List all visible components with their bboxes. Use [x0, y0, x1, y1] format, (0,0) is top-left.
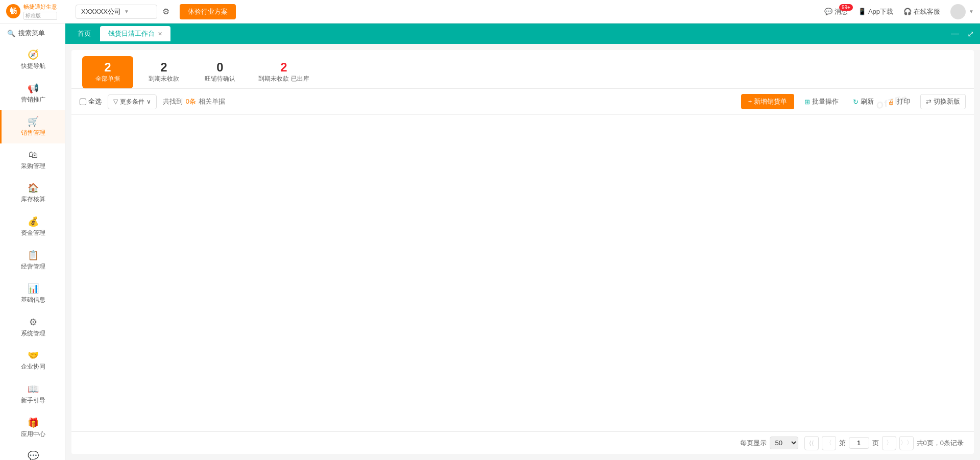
message-badge: 99+: [839, 4, 853, 11]
stats-tabs: 2 全部单据 2 到期未收款 0 旺铺待确认: [71, 50, 974, 89]
sidebar-item-guide[interactable]: 📖 新手引导: [0, 377, 65, 411]
inventory-icon: 🏠: [28, 182, 39, 193]
avatar-area[interactable]: ▼: [950, 4, 974, 19]
stat-tab-overdue-unpaid[interactable]: 2 到期未收款: [136, 56, 192, 88]
search-menu-item[interactable]: 🔍 搜索菜单: [0, 23, 65, 43]
refresh-btn[interactable]: ↻ 刷新: [849, 94, 878, 109]
filter-label: 更多条件: [120, 98, 144, 106]
main-layout: 🔍 搜索菜单 🧭 快捷导航 📢 营销推广 🛒 销售管理 🛍 采购管理 🏠 库存核…: [0, 23, 980, 460]
page-inner: 2 全部单据 2 到期未收款 0 旺铺待确认: [71, 50, 974, 454]
sidebar-label-quick-nav: 快捷导航: [21, 62, 45, 70]
company-selector[interactable]: XXXXXX公司 ▼: [76, 5, 157, 19]
logo-area: 畅 畅捷通好生意 标准版: [6, 3, 71, 19]
wechat-icon: 💬: [28, 450, 39, 460]
sidebar-label-guide: 新手引导: [21, 397, 45, 405]
stat-label-pending-confirm: 旺铺待确认: [205, 75, 235, 83]
search-menu-label: 搜索菜单: [18, 29, 45, 38]
tab-bar-actions: — ⤢: [949, 27, 976, 41]
search-icon: 🔍: [7, 30, 15, 37]
tab-close-icon[interactable]: ✕: [158, 31, 162, 37]
tab-home[interactable]: 首页: [69, 26, 99, 41]
stat-tab-pending-confirm[interactable]: 0 旺铺待确认: [192, 56, 248, 88]
online-service-btn[interactable]: 🎧 在线客服: [903, 7, 940, 16]
toolbar: 全选 ▽ 更多条件 ∨ 共找到 0条 相关单据: [71, 89, 974, 115]
stat-label-overdue-unpaid: 到期未收款: [149, 75, 179, 83]
app-download-icon: 📱: [858, 8, 866, 15]
tab-cash-goods[interactable]: 钱货日清工作台 ✕: [100, 26, 170, 41]
avatar: [950, 4, 966, 19]
content-area: 首页 钱货日清工作台 ✕ — ⤢ 2 全部单据: [65, 23, 980, 460]
select-all-input[interactable]: [80, 99, 86, 105]
tab-home-label: 首页: [78, 29, 91, 38]
sidebar-item-purchase[interactable]: 🛍 采购管理: [0, 143, 65, 177]
sidebar-item-wechat[interactable]: 💬 企业微信: [0, 444, 65, 460]
operations-icon: 📋: [28, 250, 39, 261]
print-btn[interactable]: 🖨 打印: [884, 94, 914, 109]
stat-tab-all[interactable]: 2 全部单据: [80, 56, 136, 88]
sidebar-item-finance[interactable]: 💰 资金管理: [0, 210, 65, 244]
experience-btn[interactable]: 体验行业方案: [180, 4, 236, 19]
sidebar-label-system: 系统管理: [21, 330, 45, 338]
select-all-label: 全选: [88, 97, 102, 106]
stat-tab-overdue-unshipped[interactable]: 2 到期未收款 已出库: [248, 56, 320, 88]
footer: 每页显示 10 20 50 100 ⟨⟨ 〈 第 页: [71, 431, 974, 454]
sidebar-label-inventory: 库存核算: [21, 196, 45, 204]
page-input[interactable]: [849, 437, 869, 449]
sidebar-label-finance: 资金管理: [21, 229, 45, 237]
system-icon: ⚙: [29, 317, 37, 328]
page-content: 2 全部单据 2 到期未收款 0 旺铺待确认: [65, 44, 980, 460]
app-download-btn[interactable]: 📱 App下载: [858, 7, 893, 16]
sidebar-item-system[interactable]: ⚙ 系统管理: [0, 310, 65, 344]
prev-page-btn[interactable]: 〈: [822, 436, 836, 450]
enterprise-icon: 🤝: [28, 350, 39, 361]
stat-number-pending-confirm: 0: [216, 60, 223, 75]
switch-version-btn[interactable]: ⇄ 切换新版: [920, 94, 966, 109]
tab-expand-icon[interactable]: ⤢: [965, 27, 976, 41]
first-page-btn[interactable]: ⟨⟨: [804, 436, 819, 450]
stat-label-all: 全部单据: [92, 75, 123, 83]
filter-btn[interactable]: ▽ 更多条件 ∨: [108, 94, 157, 109]
sidebar-label-sales: 销售管理: [21, 129, 45, 137]
page-size-select[interactable]: 10 20 50 100: [770, 437, 798, 449]
tab-minimize-icon[interactable]: —: [949, 27, 961, 41]
stat-label-overdue-unshipped: 到期未收款 已出库: [258, 75, 309, 83]
sidebar-label-operations: 经营管理: [21, 263, 45, 271]
page-size-label: 每页显示: [740, 439, 767, 448]
chevron-down-icon: ∨: [146, 98, 151, 105]
logo-icon: 畅: [6, 4, 20, 18]
marketing-icon: 📢: [28, 83, 39, 94]
sidebar-item-enterprise[interactable]: 🤝 企业协同: [0, 344, 65, 377]
sidebar-item-operations[interactable]: 📋 经营管理: [0, 244, 65, 277]
page-suffix: 页: [872, 439, 879, 448]
sidebar-item-quick-nav[interactable]: 🧭 快捷导航: [0, 43, 65, 77]
purchase-icon: 🛍: [29, 150, 38, 160]
next-page-btn[interactable]: 〉: [882, 436, 896, 450]
message-btn[interactable]: 💬 消息 99+: [824, 7, 848, 16]
logo-text: 畅捷通好生意: [23, 3, 57, 10]
sidebar-item-marketing[interactable]: 📢 营销推广: [0, 77, 65, 110]
sidebar-item-base-info[interactable]: 📊 基础信息: [0, 277, 65, 310]
page-size-selector: 每页显示 10 20 50 100: [740, 437, 798, 449]
sidebar-item-inventory[interactable]: 🏠 库存核算: [0, 176, 65, 210]
sidebar-item-sales[interactable]: 🛒 销售管理: [0, 110, 65, 143]
found-count: 0条: [186, 98, 196, 105]
add-sales-btn[interactable]: + 新增销货单: [741, 94, 794, 109]
base-info-icon: 📊: [28, 283, 39, 294]
logo-tag: 标准版: [23, 12, 57, 20]
guide-icon: 📖: [28, 383, 39, 395]
tab-cash-goods-label: 钱货日清工作台: [108, 29, 155, 38]
select-all-checkbox[interactable]: 全选: [80, 97, 102, 106]
refresh-icon: ↻: [853, 98, 859, 106]
batch-operation-btn[interactable]: ⊞ 批量操作: [800, 94, 843, 109]
sidebar-label-purchase: 采购管理: [21, 162, 45, 171]
finance-icon: 💰: [28, 216, 39, 227]
filter-icon: ▽: [113, 98, 118, 105]
message-icon: 💬: [824, 8, 832, 15]
sidebar-label-app-center: 应用中心: [21, 430, 45, 439]
batch-icon: ⊞: [804, 98, 810, 106]
settings-icon-btn[interactable]: ⚙: [162, 7, 169, 16]
chevron-down-icon: ▼: [124, 9, 129, 14]
sidebar-label-marketing: 营销推广: [21, 96, 45, 104]
sidebar-item-app-center[interactable]: 🎁 应用中心: [0, 411, 65, 445]
last-page-btn[interactable]: 〉〉: [899, 436, 914, 450]
